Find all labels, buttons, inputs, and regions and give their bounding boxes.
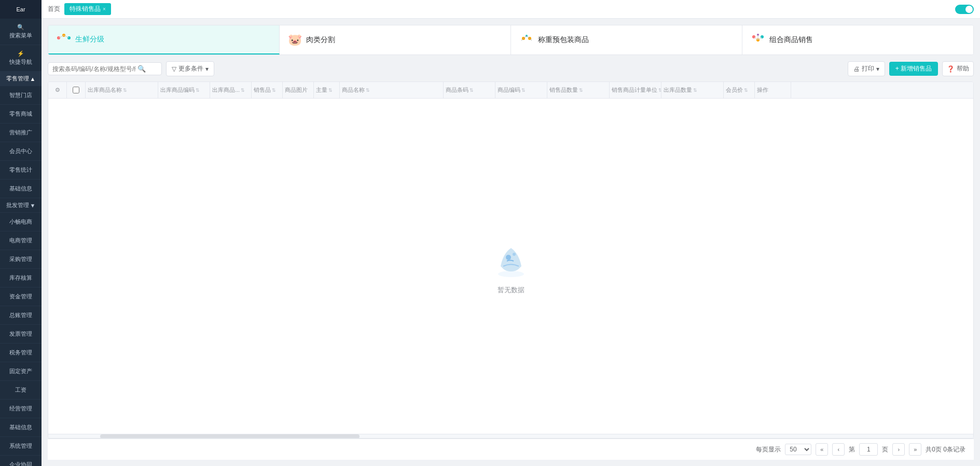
th-out-goods-name[interactable]: 出库商品名称 ⇅: [86, 82, 158, 98]
sidebar-item-labor[interactable]: 工资: [0, 381, 42, 400]
topbar-active-tab[interactable]: 特殊销售品 ×: [64, 3, 111, 15]
tab-card-fresh-grade[interactable]: 生鲜分级: [48, 25, 280, 54]
header-checkbox[interactable]: [73, 87, 79, 93]
topbar-tab-close[interactable]: ×: [103, 6, 106, 12]
sidebar-item-base-info2[interactable]: 基础信息: [0, 418, 42, 437]
page-size-select[interactable]: 50 10 20 100: [785, 444, 811, 455]
th-goods-barcode[interactable]: 商品条码 ⇅: [444, 82, 495, 98]
table-wrap: ⚙ 出库商品名称 ⇅ 出库商品编码 ⇅ 出库商品... ⇅: [48, 81, 974, 438]
sidebar-item-marketing[interactable]: 营销推广: [0, 124, 42, 142]
add-sale-product-button[interactable]: + 新增销售品: [889, 62, 938, 76]
sidebar-item-quick-nav[interactable]: ⚡ 快捷导航: [0, 45, 42, 72]
topbar-toggle[interactable]: [955, 5, 974, 14]
tab-card-meat-cutting[interactable]: 🐷 肉类分割: [280, 25, 511, 54]
sidebar-item-base-info[interactable]: 基础信息: [0, 180, 42, 198]
sort-icon: ⇅: [123, 88, 127, 93]
sidebar-item-ecom-mgmt[interactable]: 电商管理: [0, 231, 42, 250]
th-sale-goods[interactable]: 销售品 ⇅: [252, 82, 283, 98]
ledger-mgmt-label: 总账管理: [9, 311, 32, 319]
th-out-qty-label: 出库品数量: [664, 86, 692, 94]
svg-point-19: [498, 271, 524, 277]
search-order-icon: 🔍: [17, 24, 24, 31]
settings-icon: ⚙: [55, 87, 60, 93]
svg-line-16: [754, 37, 758, 40]
sidebar-item-fixed-assets[interactable]: 固定资产: [0, 362, 42, 381]
sidebar-item-ledger-mgmt[interactable]: 总账管理: [0, 306, 42, 325]
page-number-input[interactable]: [859, 443, 878, 456]
first-page-button[interactable]: «: [816, 443, 828, 456]
th-out-qty[interactable]: 出库品数量 ⇅: [661, 82, 724, 98]
tax-mgmt-label: 税务管理: [9, 349, 32, 357]
th-member-price[interactable]: 会员价 ⇅: [724, 82, 755, 98]
help-label: 帮助: [957, 64, 969, 73]
th-goods-img: 商品图片: [283, 82, 314, 98]
print-icon: 🖨: [853, 65, 860, 73]
tab-card-fresh-grade-label: 生鲜分级: [75, 35, 104, 44]
tab-card-combo-sales[interactable]: 组合商品销售: [742, 25, 973, 54]
sidebar-item-mini-ecom[interactable]: 小畅电商: [0, 213, 42, 231]
next-page-button[interactable]: ›: [892, 443, 905, 456]
th-settings[interactable]: ⚙: [48, 82, 67, 98]
sidebar-item-finance-mgmt[interactable]: 资金管理: [0, 287, 42, 306]
last-page-button[interactable]: »: [909, 443, 921, 456]
sidebar-item-smart-store[interactable]: 智慧门店: [0, 86, 42, 105]
system-mgmt-label: 系统管理: [9, 442, 32, 450]
horizontal-scrollbar[interactable]: [48, 434, 973, 438]
enterprise-label: 企业协同: [9, 461, 32, 466]
th-member-price-label: 会员价: [726, 86, 743, 94]
table-header: ⚙ 出库商品名称 ⇅ 出库商品编码 ⇅ 出库商品... ⇅: [48, 82, 973, 99]
print-button[interactable]: 🖨 打印 ▾: [848, 61, 885, 76]
sidebar-item-retail-mall[interactable]: 零售商城: [0, 105, 42, 124]
th-main-unit[interactable]: 主量 ⇅: [314, 82, 340, 98]
th-goods-code[interactable]: 商品编码 ⇅: [495, 82, 547, 98]
th-out-goods-x[interactable]: 出库商品... ⇅: [210, 82, 252, 98]
wholesale-arrow: ▼: [30, 202, 36, 209]
sidebar-item-retail-stats[interactable]: 零售统计: [0, 161, 42, 180]
marketing-label: 营销推广: [9, 129, 32, 136]
scrollbar-thumb[interactable]: [100, 434, 360, 438]
th-goods-barcode-label: 商品条码: [446, 86, 468, 94]
sidebar-item-purchase-mgmt[interactable]: 采购管理: [0, 250, 42, 269]
th-sale-unit-label: 销售商品计量单位: [612, 86, 657, 94]
wholesale-label: 批发管理: [6, 201, 29, 209]
empty-text: 暂无数据: [498, 285, 524, 295]
th-goods-name[interactable]: 商品名称 ⇅: [340, 82, 444, 98]
help-button[interactable]: ❓ 帮助: [942, 61, 974, 76]
topbar: 首页 特殊销售品 ×: [42, 0, 980, 19]
sidebar-item-system-mgmt[interactable]: 系统管理: [0, 437, 42, 456]
topbar-home[interactable]: 首页: [48, 5, 60, 13]
ops-mgmt-label: 经营管理: [9, 405, 32, 413]
filter-button[interactable]: ▽ 更多条件 ▾: [166, 61, 214, 76]
svg-point-20: [506, 255, 511, 260]
sidebar-item-tax-mgmt[interactable]: 税务管理: [0, 344, 42, 362]
th-sale-unit[interactable]: 销售商品计量单位 ⇅: [610, 82, 661, 98]
sidebar-item-retail-mgmt[interactable]: 零售管理 ▲: [0, 72, 42, 86]
th-checkbox[interactable]: [67, 82, 86, 98]
sidebar-item-wholesale-mgmt[interactable]: 批发管理 ▼: [0, 198, 42, 213]
th-goods-name-label: 商品名称: [342, 86, 365, 94]
sidebar-item-member-center[interactable]: 会员中心: [0, 142, 42, 161]
th-sale-goods-label: 销售品: [254, 86, 271, 94]
prev-page-button[interactable]: ‹: [832, 443, 845, 456]
tab-card-weigh-package[interactable]: 称重预包装商品: [511, 25, 742, 54]
sidebar-item-invoice-mgmt[interactable]: 发票管理: [0, 325, 42, 344]
finance-mgmt-label: 资金管理: [9, 293, 32, 300]
sidebar-item-enterprise[interactable]: 企业协同: [0, 456, 42, 466]
page-label2: 页: [882, 445, 888, 454]
print-label: 打印: [862, 64, 874, 73]
retail-mall-label: 零售商城: [9, 110, 32, 118]
sidebar-item-inventory[interactable]: 库存核算: [0, 269, 42, 287]
sidebar-item-ops-mgmt[interactable]: 经营管理: [0, 400, 42, 418]
search-input[interactable]: [52, 65, 135, 73]
filter-label: 更多条件: [178, 64, 203, 73]
th-op: 操作: [755, 82, 791, 98]
search-icon[interactable]: 🔍: [137, 65, 146, 73]
th-sale-qty[interactable]: 销售品数量 ⇅: [547, 82, 610, 98]
svg-point-21: [513, 253, 516, 256]
empty-state: 暂无数据: [48, 99, 973, 434]
sidebar-item-search-order[interactable]: 🔍 搜索菜单: [0, 19, 42, 45]
base-info2-label: 基础信息: [9, 423, 32, 431]
fixed-assets-label: 固定资产: [9, 367, 32, 375]
th-out-goods-code[interactable]: 出库商品编码 ⇅: [158, 82, 210, 98]
sort-icon: ⇅: [521, 88, 526, 93]
